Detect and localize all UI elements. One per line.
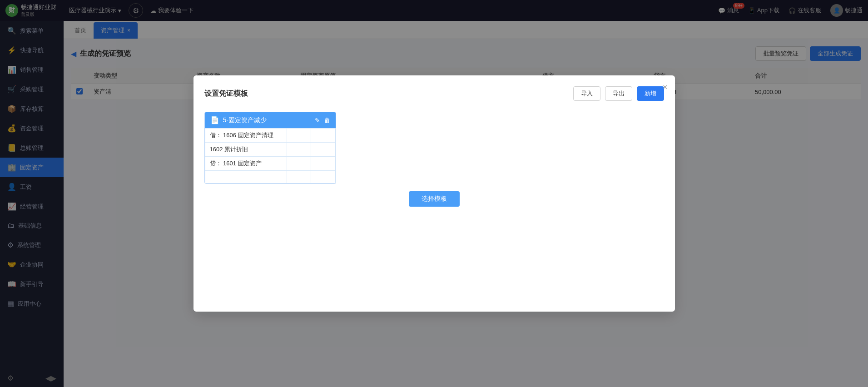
- export-button[interactable]: 导出: [605, 86, 632, 101]
- template-edit-icon[interactable]: ✎: [315, 117, 320, 124]
- entry-type-code: 1602 累计折旧: [205, 143, 287, 157]
- modal-set-template: 设置凭证模板 导入 导出 新增 × 📄 5-固定资产减少 ✎ 🗑 借： 1606…: [193, 75, 675, 312]
- entry-col2: [287, 143, 311, 157]
- new-template-button[interactable]: 新增: [637, 86, 664, 101]
- template-entry-row: 1602 累计折旧: [205, 143, 335, 157]
- template-entry-row: 借： 1606 固定资产清理: [205, 129, 335, 143]
- modal-header: 设置凭证模板 导入 导出 新增 ×: [204, 86, 664, 101]
- template-entries-table: 借： 1606 固定资产清理 1602 累计折旧 贷： 1601 固定资产: [205, 128, 336, 184]
- modal-overlay[interactable]: 设置凭证模板 导入 导出 新增 × 📄 5-固定资产减少 ✎ 🗑 借： 1606…: [0, 0, 868, 387]
- entry-col2: [287, 157, 311, 171]
- entry-col2: [287, 129, 311, 143]
- modal-title: 设置凭证模板: [204, 89, 248, 99]
- entry-col3: [311, 129, 336, 143]
- template-card: 📄 5-固定资产减少 ✎ 🗑 借： 1606 固定资产清理 1602 累计折旧 …: [204, 112, 336, 184]
- template-delete-icon[interactable]: 🗑: [324, 117, 330, 124]
- template-icon: 📄: [210, 116, 219, 124]
- select-template-button[interactable]: 选择模板: [409, 191, 460, 207]
- template-empty-row: [205, 171, 335, 184]
- entry-col3: [311, 157, 336, 171]
- entry-type-code: 贷： 1601 固定资产: [205, 157, 287, 171]
- entry-col3: [311, 143, 336, 157]
- modal-close-button[interactable]: ×: [663, 83, 668, 92]
- import-button[interactable]: 导入: [573, 86, 600, 101]
- template-entry-row: 贷： 1601 固定资产: [205, 157, 335, 171]
- template-card-header: 📄 5-固定资产减少 ✎ 🗑: [205, 112, 336, 128]
- entry-type-code: 借： 1606 固定资产清理: [205, 129, 287, 143]
- template-card-actions: ✎ 🗑: [315, 117, 330, 124]
- modal-actions: 导入 导出 新增: [573, 86, 664, 101]
- template-title: 5-固定资产减少: [223, 116, 311, 124]
